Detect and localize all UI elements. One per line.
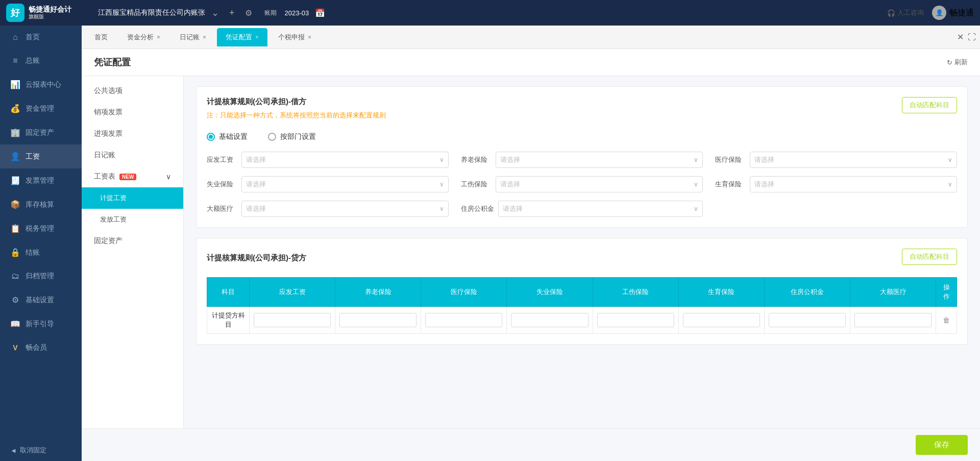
left-menu-item-journal[interactable]: 日记账 (82, 144, 183, 166)
left-menu-item-payout[interactable]: 发放工资 (82, 209, 183, 230)
sidebar-item-label: 税务管理 (26, 224, 54, 233)
input-housing[interactable] (769, 313, 846, 327)
input-unemployment[interactable] (511, 313, 588, 327)
sidebar-item-funds[interactable]: 💰 资金管理 (0, 96, 82, 120)
sidebar-item-invoice[interactable]: 🧾 发票管理 (0, 168, 82, 192)
sidebar-item-settings[interactable]: ⚙ 基础设置 (0, 288, 82, 312)
sidebar: ⌂ 首页 ≡ 总账 📊 云报表中心 💰 资金管理 🏢 固定资产 👤 工资 🧾 发… (0, 26, 82, 461)
dropdown-arrow[interactable]: ⌄ (211, 7, 219, 18)
debit-auto-match-button[interactable]: 自动匹配科目 (902, 97, 957, 113)
cell-housing[interactable] (764, 307, 850, 334)
assets-icon: 🏢 (10, 128, 20, 137)
input-pension[interactable] (339, 313, 416, 327)
cell-pension[interactable] (335, 307, 421, 334)
sidebar-item-archive[interactable]: 🗂 归档管理 (0, 264, 82, 288)
tab-close-icon[interactable]: × (203, 34, 206, 41)
row-label: 计提贷方科目 (207, 307, 250, 334)
tab-tax-filing[interactable]: 个税申报 × (270, 28, 320, 46)
sidebar-item-home[interactable]: ⌂ 首页 (0, 26, 82, 49)
cell-medical[interactable] (421, 307, 507, 334)
support-button[interactable]: 🎧 人工咨询 (887, 8, 924, 17)
top-bar-center: 江西服宝精品有限责任公司内账张 ⌄ + ⚙ 账期 2023-03 📅 (88, 7, 887, 18)
sidebar-item-general[interactable]: ≡ 总账 (0, 49, 82, 72)
col-header-subject: 科目 (207, 278, 250, 307)
select-zhufang[interactable]: 请选择 ∨ (498, 201, 703, 217)
sidebar-item-closing[interactable]: 🔒 结账 (0, 240, 82, 264)
right-panel: 计提核算规则(公司承担)-借方 注：只能选择一种方式，系统将按照您当前的选择来配… (184, 76, 980, 428)
sidebar-item-guide[interactable]: 📖 新手引导 (0, 312, 82, 336)
input-medical[interactable] (425, 313, 502, 327)
select-yiliao[interactable]: 请选择 ∨ (750, 152, 957, 168)
sidebar-item-inventory[interactable]: 📦 库存核算 (0, 192, 82, 216)
select-daeliang[interactable]: 请选择 ∨ (241, 201, 449, 217)
left-menu-item-sales-invoice[interactable]: 销项发票 (82, 102, 183, 123)
period-value[interactable]: 2023-03 (285, 9, 309, 17)
user-area[interactable]: 👤 畅捷通 (932, 6, 974, 20)
left-menu-item-fixed-assets[interactable]: 固定资产 (82, 230, 183, 252)
radio-basic[interactable]: 基础设置 (207, 132, 248, 141)
credit-auto-match-button[interactable]: 自动匹配科目 (902, 249, 957, 265)
input-maternity[interactable] (683, 313, 760, 327)
sidebar-item-label: 结账 (26, 248, 40, 257)
sidebar-item-salary[interactable]: 👤 工资 (0, 144, 82, 168)
tab-home[interactable]: 首页 (86, 28, 116, 46)
content-area: 首页 资金分析 × 日记账 × 凭证配置 × 个税申报 × ✕ ⛶ (82, 26, 980, 461)
invoice-icon: 🧾 (10, 176, 20, 185)
archive-icon: 🗂 (10, 272, 20, 281)
cell-unemployment[interactable] (507, 307, 593, 334)
field-zhufang-gongjijin: 住房公积金 请选择 ∨ (461, 201, 703, 217)
col-header-injury: 工伤保险 (593, 278, 678, 307)
sidebar-item-tax[interactable]: 📋 税务管理 (0, 216, 82, 240)
input-salary[interactable] (254, 313, 331, 327)
company-name[interactable]: 江西服宝精品有限责任公司内账张 (98, 8, 205, 17)
cell-big-medical[interactable] (850, 307, 936, 334)
delete-icon[interactable]: 🗑 (943, 316, 950, 324)
select-yanglao[interactable]: 请选择 ∨ (496, 152, 703, 168)
field-shiye-baoxian: 失业保险 请选择 ∨ (207, 176, 449, 192)
debit-notice: 注：只能选择一种方式，系统将按照您当前的选择来配置规则 (207, 111, 386, 120)
input-big-medical[interactable] (854, 313, 932, 327)
cell-salary[interactable] (250, 307, 335, 334)
sidebar-item-assets[interactable]: 🏢 固定资产 (0, 120, 82, 144)
cell-maternity[interactable] (678, 307, 764, 334)
left-menu-item-public[interactable]: 公共选项 (82, 80, 183, 102)
app-version: 旗舰版 (29, 13, 71, 20)
settings-icon[interactable]: ⚙ (245, 8, 252, 18)
left-menu-item-salary-table[interactable]: 工资表 NEW ∨ (82, 166, 183, 187)
tab-journal[interactable]: 日记账 × (171, 28, 215, 46)
new-badge: NEW (119, 174, 136, 180)
tab-voucher-config[interactable]: 凭证配置 × (217, 28, 267, 46)
tab-close-icon[interactable]: × (308, 34, 311, 41)
left-menu-item-accrual[interactable]: 计提工资 (82, 187, 183, 209)
member-icon: V (10, 344, 20, 352)
field-yiliao-baoxian: 医疗保险 请选择 ∨ (715, 152, 957, 168)
cell-injury[interactable] (593, 307, 678, 334)
logo-area[interactable]: 好 畅捷通好会计 旗舰版 (6, 4, 88, 22)
maximize-icon[interactable]: ⛶ (968, 33, 976, 42)
reports-icon: 📊 (10, 80, 20, 89)
radio-dept[interactable]: 按部门设置 (268, 132, 316, 141)
sidebar-item-member[interactable]: V 畅会员 (0, 336, 82, 359)
tab-close-icon[interactable]: × (157, 34, 160, 41)
unpin-button[interactable]: ◄ 取消固定 (0, 440, 82, 461)
sidebar-item-reports[interactable]: 📊 云报表中心 (0, 72, 82, 96)
refresh-button[interactable]: ↻ 刷新 (947, 58, 968, 67)
input-injury[interactable] (597, 313, 674, 327)
inventory-icon: 📦 (10, 200, 20, 209)
close-window-icon[interactable]: ✕ (957, 32, 964, 42)
left-menu-item-purchase-invoice[interactable]: 进项发票 (82, 123, 183, 144)
calendar-icon[interactable]: 📅 (315, 8, 325, 18)
select-shengyu[interactable]: 请选择 ∨ (750, 176, 957, 192)
select-yingfa[interactable]: 请选择 ∨ (241, 152, 449, 168)
funds-icon: 💰 (10, 104, 20, 113)
select-shiye[interactable]: 请选择 ∨ (241, 176, 449, 192)
add-icon[interactable]: + (229, 8, 235, 18)
col-header-unemployment: 失业保险 (507, 278, 593, 307)
select-gongshang[interactable]: 请选择 ∨ (496, 176, 703, 192)
chevron-icon: ∨ (439, 205, 444, 212)
left-arrow-icon: ◄ (10, 447, 17, 454)
save-button[interactable]: 保存 (916, 435, 968, 455)
tab-close-icon[interactable]: × (255, 34, 259, 41)
cell-action[interactable]: 🗑 (936, 307, 957, 334)
tab-funds-analysis[interactable]: 资金分析 × (118, 28, 169, 46)
